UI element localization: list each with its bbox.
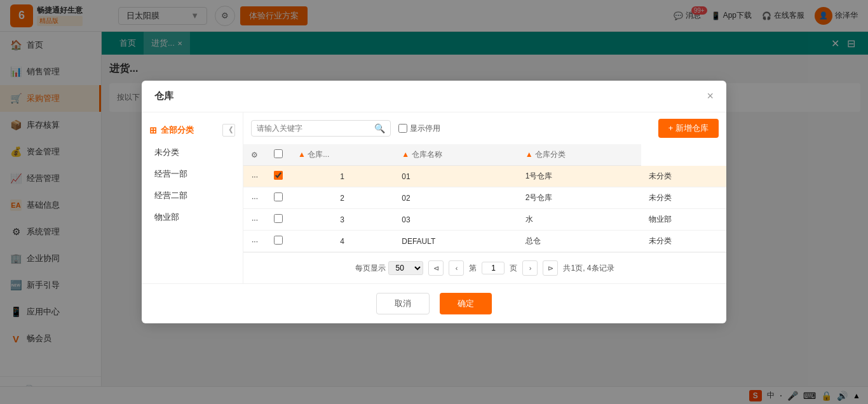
row-code: 02 bbox=[394, 187, 517, 209]
row-checkbox[interactable] bbox=[274, 214, 283, 223]
page-size-dropdown[interactable]: 50 10 20 100 bbox=[388, 261, 423, 275]
warehouse-table: ⚙ ▲ 仓库... ▲ 仓库名称 bbox=[243, 144, 726, 252]
category-collapse-btn[interactable]: 《 bbox=[222, 124, 235, 137]
page-size-select: 每页显示 50 10 20 100 bbox=[355, 261, 423, 275]
row-gear: ··· bbox=[243, 187, 266, 209]
row-category: 未分类 bbox=[641, 187, 726, 209]
pagination: 每页显示 50 10 20 100 ⊲ ‹ 第 页 › ⊳ bbox=[243, 252, 726, 283]
row-checkbox-cell bbox=[266, 166, 290, 187]
row-num: 2 bbox=[290, 187, 394, 209]
row-checkbox[interactable] bbox=[274, 171, 283, 180]
row-gear: ··· bbox=[243, 209, 266, 231]
col-gear: ⚙ bbox=[243, 144, 266, 166]
row-checkbox-cell bbox=[266, 231, 290, 252]
category-panel: ⊞ 全部分类 《 未分类 经营一部 经营二部 物业部 bbox=[142, 112, 243, 283]
search-icon[interactable]: 🔍 bbox=[374, 123, 385, 133]
row-name: 水 bbox=[518, 209, 641, 231]
modal-header: 仓库 × bbox=[142, 81, 726, 112]
page-unit: 页 bbox=[510, 263, 517, 274]
search-input[interactable] bbox=[257, 124, 374, 133]
confirm-btn[interactable]: 确定 bbox=[440, 293, 492, 314]
page-number-input[interactable] bbox=[482, 262, 505, 274]
modal-close-btn[interactable]: × bbox=[707, 90, 714, 103]
table-row[interactable]: ··· 2 02 2号仓库 未分类 bbox=[243, 187, 726, 209]
row-category: 未分类 bbox=[641, 231, 726, 252]
new-warehouse-btn[interactable]: + 新增仓库 bbox=[658, 119, 719, 138]
modal-title: 仓库 bbox=[154, 90, 173, 102]
row-num: 4 bbox=[290, 231, 394, 252]
row-num: 1 bbox=[290, 166, 394, 187]
select-all-checkbox[interactable] bbox=[274, 149, 283, 158]
warehouse-modal: 仓库 × ⊞ 全部分类 《 未分类 经营一部 经营二部 bbox=[142, 81, 726, 323]
row-gear: ··· bbox=[243, 231, 266, 252]
table-toolbar: 🔍 显示停用 + 新增仓库 bbox=[243, 112, 726, 144]
prev-page-btn[interactable]: ‹ bbox=[449, 260, 464, 276]
category-item-uncategorized[interactable]: 未分类 bbox=[142, 142, 243, 163]
col-name: ▲ 仓库名称 bbox=[394, 144, 517, 166]
table-row[interactable]: ··· 1 01 1号仓库 未分类 bbox=[243, 166, 726, 187]
row-checkbox[interactable] bbox=[274, 192, 283, 201]
row-num: 3 bbox=[290, 209, 394, 231]
col-category: ▲ 仓库分类 bbox=[518, 144, 641, 166]
row-name: 2号仓库 bbox=[518, 187, 641, 209]
row-category: 物业部 bbox=[641, 209, 726, 231]
category-item-ops2[interactable]: 经营二部 bbox=[142, 185, 243, 206]
page-label: 第 bbox=[469, 263, 477, 274]
show-disabled-checkbox[interactable] bbox=[398, 124, 407, 133]
page-size-label: 每页显示 bbox=[355, 263, 386, 274]
category-all-header[interactable]: ⊞ 全部分类 《 bbox=[142, 119, 243, 142]
row-name: 总仓 bbox=[518, 231, 641, 252]
show-disabled-checkbox-wrap: 显示停用 bbox=[398, 123, 440, 134]
table-panel: 🔍 显示停用 + 新增仓库 ⚙ bbox=[243, 112, 726, 283]
next-page-btn[interactable]: › bbox=[522, 260, 538, 276]
col-checkbox bbox=[266, 144, 290, 166]
last-page-btn[interactable]: ⊳ bbox=[543, 260, 558, 276]
row-code: 01 bbox=[394, 166, 517, 187]
table-scroll: ⚙ ▲ 仓库... ▲ 仓库名称 bbox=[243, 144, 726, 252]
category-all-label: 全部分类 bbox=[161, 125, 194, 136]
row-gear: ··· bbox=[243, 166, 266, 187]
show-disabled-label: 显示停用 bbox=[410, 123, 440, 134]
search-input-wrap: 🔍 bbox=[251, 120, 391, 137]
first-page-btn[interactable]: ⊲ bbox=[428, 260, 444, 276]
row-checkbox-cell bbox=[266, 187, 290, 209]
table-row[interactable]: ··· 3 03 水 物业部 bbox=[243, 209, 726, 231]
cancel-btn[interactable]: 取消 bbox=[376, 293, 430, 314]
row-category: 未分类 bbox=[641, 166, 726, 187]
modal-footer: 取消 确定 bbox=[142, 283, 726, 323]
modal-overlay: 仓库 × ⊞ 全部分类 《 未分类 经营一部 经营二部 bbox=[0, 0, 868, 404]
row-name: 1号仓库 bbox=[518, 166, 641, 187]
category-item-property[interactable]: 物业部 bbox=[142, 206, 243, 228]
row-checkbox-cell bbox=[266, 209, 290, 231]
row-code: 03 bbox=[394, 209, 517, 231]
col-code: ▲ 仓库... bbox=[290, 144, 394, 166]
row-checkbox[interactable] bbox=[274, 236, 283, 245]
total-label: 共1页, 4条记录 bbox=[563, 263, 614, 274]
row-code: DEFAULT bbox=[394, 231, 517, 252]
table-row[interactable]: ··· 4 DEFAULT 总仓 未分类 bbox=[243, 231, 726, 252]
modal-body: ⊞ 全部分类 《 未分类 经营一部 经营二部 物业部 bbox=[142, 112, 726, 283]
category-item-ops1[interactable]: 经营一部 bbox=[142, 163, 243, 185]
